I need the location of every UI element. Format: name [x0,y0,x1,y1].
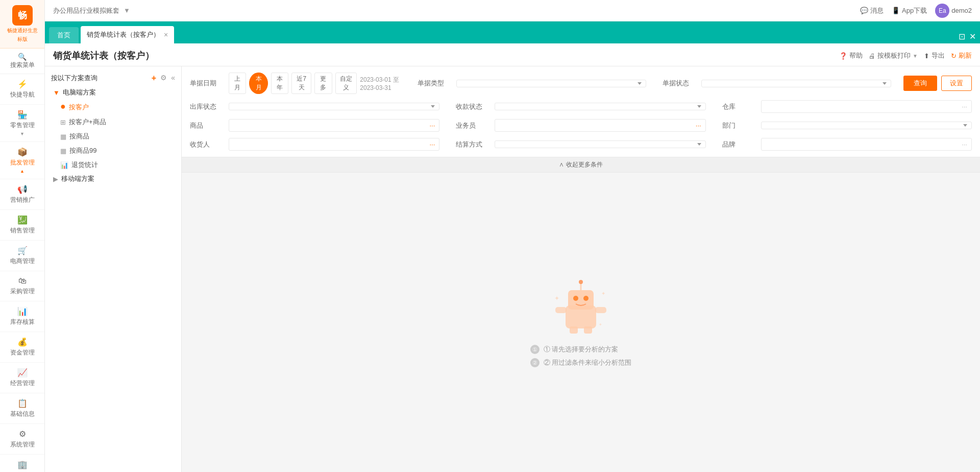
help-btn[interactable]: ❓ 帮助 [839,51,863,60]
enterprise-icon: 🏢 [17,460,28,469]
sidebar-item-inventory[interactable]: 📊 库存核算 [0,301,44,332]
grid-icon: ⊞ [60,119,66,126]
app-download-btn[interactable]: 📱 App下载 [892,6,927,15]
sidebar-item-enterprise[interactable]: 🏢 企业协同 [0,455,44,472]
warehouse-dots: ··· [962,103,967,110]
tree-arrow-right-icon: ▶ [53,175,58,183]
logo-subtitle: 标版 [17,36,28,43]
scheme-settings-btn[interactable]: ⚙ [160,74,167,83]
dept-select[interactable] [761,122,972,129]
tree-item-by-customer[interactable]: ● 按客户 [45,99,181,115]
print-dropdown-icon: ▼ [913,53,918,59]
sidebar-item-finance[interactable]: 💰 资金管理 [0,332,44,363]
sidebar-item-purchase[interactable]: 🛍 采购管理 [0,271,44,301]
tree-section-mobile[interactable]: ▶ 移动端方案 [45,172,181,185]
goods-label: 商品 [190,121,220,130]
message-btn[interactable]: 💬 消息 [860,6,884,15]
order-status-chevron [883,82,887,85]
tree-item-label: 按客户+商品 [69,117,106,127]
table2-icon: ▦ [60,147,66,155]
sidebar-item-quick-nav[interactable]: ⚡ 快捷导航 [0,74,44,105]
industry-dropdown-icon[interactable]: ▼ [124,7,130,14]
sidebar-item-wholesale[interactable]: 📦 批发管理 ▲ [0,142,44,179]
receiver-select[interactable]: ··· [229,138,439,151]
date-btn-custom[interactable]: 自定义 [335,73,357,94]
page-header: 销货单统计表（按客户） ❓ 帮助 🖨 按模板打印 ▼ ⬆ 导出 ↻ 刷新 [45,43,980,66]
refresh-btn[interactable]: ↻ 刷新 [951,51,972,60]
tree-item-by-goods[interactable]: ▦ 按商品 [45,129,181,144]
tree-arrow-icon: ▼ [53,89,60,97]
tab-sales-stats[interactable]: 销货单统计表（按客户） × [81,26,174,43]
window-minimize-btn[interactable]: ⊡ [959,32,965,41]
goods-dots: ··· [429,122,435,129]
purchase-icon: 🛍 [18,276,27,286]
sidebar-item-search[interactable]: 🔍 搜索菜单 [0,49,44,74]
brand-select[interactable]: ··· [761,138,972,151]
print-btn[interactable]: 🖨 按模板打印 ▼ [869,51,918,60]
goods-select[interactable]: ··· [229,119,439,132]
quick-nav-icon: ⚡ [17,79,28,89]
order-status-label: 单据状态 [663,79,693,88]
sidebar-item-basic-info[interactable]: 📋 基础信息 [0,393,44,424]
user-menu[interactable]: Ea demo2 [935,4,972,18]
tree-item-label: 退货统计 [71,160,98,170]
filter-row-1: 单据日期 上月 本月 本年 近7天 更多 自定义 2023-03-01 至 20… [190,73,972,94]
sidebar-item-marketing[interactable]: 📢 营销推广 [0,179,44,210]
sidebar-item-management[interactable]: 📈 经营管理 [0,363,44,393]
sidebar-item-retail[interactable]: 🏪 零售管理 ▼ [0,105,44,142]
warehouse-label: 仓库 [722,102,753,111]
staff-select[interactable]: ··· [495,119,705,132]
order-status-select[interactable] [701,80,891,87]
export-icon: ⬆ [924,52,929,60]
tab-home[interactable]: 首页 [49,27,79,43]
date-btn-this-year[interactable]: 本年 [271,73,288,94]
setting-btn[interactable]: 设置 [941,76,972,91]
empty-hint-1: ① ① 请先选择要分析的方案 [530,345,619,354]
settlement-chevron [697,143,701,146]
order-type-chevron [638,82,642,85]
date-btn-this-month[interactable]: 本月 [249,73,267,94]
tab-close-btn[interactable]: × [164,31,168,38]
sidebar-item-ecommerce[interactable]: 🛒 电商管理 [0,241,44,271]
payment-select[interactable] [495,103,705,110]
tree-item-return-stats[interactable]: 📊 退货统计 [45,158,181,172]
hint-number-2: ② [530,358,540,367]
warehouse-select[interactable]: ··· [761,100,972,113]
left-panel-title: 按以下方案查询 [51,74,97,83]
logo-text: 畅捷通好生意 [7,27,38,34]
svg-rect-6 [555,307,567,313]
order-type-select[interactable] [456,80,646,87]
collapse-btn[interactable]: ∧ 收起更多条件 [182,157,980,172]
logo-icon: 畅 [12,5,33,26]
add-scheme-btn[interactable]: + [152,74,156,83]
tree-section-mobile-label: 移动端方案 [61,174,94,183]
help-icon: ❓ [839,52,847,60]
tree-section-desktop[interactable]: ▼ 电脑端方案 [45,86,181,99]
svg-text:✦: ✦ [554,295,559,302]
sidebar-item-sales[interactable]: 💹 销售管理 [0,210,44,241]
date-btn-last-month[interactable]: 上月 [229,73,246,94]
search-btn[interactable]: 查询 [903,76,937,91]
topbar-left: 办公用品行业模拟账套 ▼ [53,6,130,15]
tree-item-label: 按商品99 [69,146,96,155]
sidebar-item-system[interactable]: ⚙ 系统管理 [0,424,44,455]
empty-illustration: ✦ ✦ ✦ [550,277,611,339]
svg-text:✦: ✦ [601,291,605,296]
tree-item-by-customer-goods[interactable]: ⊞ 按客户+商品 [45,115,181,129]
date-label: 单据日期 [190,79,220,88]
panel-collapse-btn[interactable]: « [171,74,175,83]
empty-hint-2: ② ② 用过滤条件来缩小分析范围 [530,358,632,367]
shipment-select[interactable] [229,103,439,110]
settlement-select[interactable] [495,140,705,148]
wholesale-icon: 📦 [17,147,28,157]
export-btn[interactable]: ⬆ 导出 [924,51,945,60]
date-btn-last-7days[interactable]: 近7天 [291,73,311,94]
date-btn-more[interactable]: 更多 [314,73,332,94]
management-icon: 📈 [17,368,28,377]
tab-label: 销货单统计表（按客户） [87,30,160,39]
tree-item-by-goods99[interactable]: ▦ 按商品99 [45,144,181,158]
table-icon: ▦ [60,133,66,140]
filter-area: 单据日期 上月 本月 本年 近7天 更多 自定义 2023-03-01 至 20… [182,66,980,173]
window-close-btn[interactable]: ✕ [969,32,976,41]
topbar: 办公用品行业模拟账套 ▼ 💬 消息 📱 App下载 Ea demo2 [45,0,980,21]
